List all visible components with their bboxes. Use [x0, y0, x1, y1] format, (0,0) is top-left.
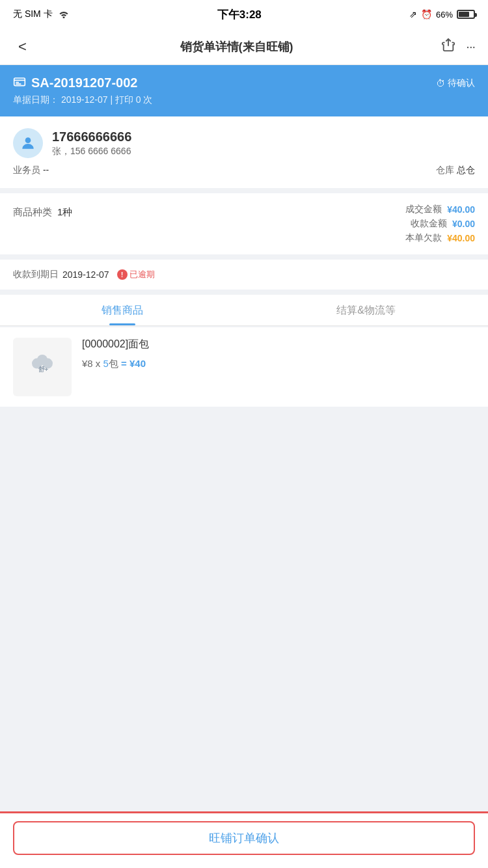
header-card: SA-20191207-002 ⏱ 待确认 单据日期： 2019-12-07 |… [0, 65, 488, 116]
sales-value: -- [43, 165, 49, 175]
battery-icon [457, 10, 475, 19]
product-section: 舒+ [0000002]面包 ¥8 x 5包 = ¥40 [0, 327, 488, 407]
location-icon: ⇗ [409, 9, 417, 20]
order-id: SA-20191207-002 [13, 75, 137, 90]
overdue-badge: ! 已逾期 [117, 269, 155, 280]
customer-name: 张，156 6666 6666 [52, 146, 131, 157]
status-left: 无 SIM 卡 [13, 8, 70, 20]
tabs: 销售商品 结算&物流等 [0, 295, 488, 326]
tab-settlement[interactable]: 结算&物流等 [244, 295, 488, 325]
owed-label: 本单欠款 [405, 232, 442, 244]
warehouse-value: 总仓 [457, 165, 475, 175]
nav-bar: < 销货单详情(来自旺铺) ··· [0, 29, 488, 65]
owed-value: ¥40.00 [447, 233, 475, 243]
share-icon[interactable] [441, 38, 455, 55]
product-logo-icon: 舒+ [26, 352, 59, 383]
status-time: 下午3:28 [217, 7, 262, 22]
total-value: = ¥40 [121, 358, 146, 369]
more-icon[interactable]: ··· [466, 39, 475, 54]
status-badge: ⏱ 待确认 [436, 77, 475, 89]
sales-info: 业务员 -- [13, 165, 49, 176]
price-text: ¥8 x [82, 358, 103, 369]
customer-info: 17666666666 张，156 6666 6666 [52, 129, 131, 157]
amount-label: 成交金额 [405, 204, 442, 215]
product-image: 舒+ [13, 338, 72, 396]
product-type-value: 1种 [57, 206, 72, 219]
customer-meta: 业务员 -- 仓库 总仓 [13, 165, 475, 176]
product-name: [0000002]面包 [82, 338, 475, 351]
confirm-button[interactable]: 旺铺订单确认 [13, 821, 475, 855]
due-date: 2019-12-07 [62, 269, 109, 280]
due-section: 收款到期日 2019-12-07 ! 已逾期 [0, 260, 488, 295]
received-row: 收款金额 ¥0.00 [411, 218, 475, 230]
overdue-text: 已逾期 [129, 269, 155, 280]
product-info: [0000002]面包 ¥8 x 5包 = ¥40 [82, 338, 475, 370]
due-label: 收款到期日 [13, 269, 59, 280]
order-icon [13, 75, 26, 90]
empty-space [0, 407, 488, 569]
bottom-action: 旺铺订单确认 [0, 811, 488, 868]
sales-label: 业务员 [13, 165, 40, 175]
amount-value: ¥40.00 [447, 204, 475, 215]
product-type: 商品种类 1种 [13, 204, 72, 219]
svg-point-4 [37, 355, 47, 365]
back-button[interactable]: < [13, 33, 32, 61]
overdue-icon: ! [117, 269, 128, 280]
owed-row: 本单欠款 ¥40.00 [405, 232, 475, 244]
svg-point-1 [25, 137, 31, 143]
product-price: ¥8 x 5包 = ¥40 [82, 358, 475, 370]
carrier-text: 无 SIM 卡 [13, 8, 53, 20]
page-title: 销货单详情(来自旺铺) [180, 39, 293, 55]
clock-icon: ⏱ [436, 78, 445, 88]
wifi-icon [58, 9, 70, 20]
battery-percent: 66% [436, 10, 453, 20]
avatar [13, 128, 43, 158]
status-bar: 无 SIM 卡 下午3:28 ⇗ ⏰ 66% [0, 0, 488, 29]
svg-text:舒+: 舒+ [38, 366, 49, 373]
amount-row: 成交金额 ¥40.00 [405, 204, 475, 215]
alarm-icon: ⏰ [421, 9, 432, 20]
qty-unit: 包 [109, 358, 118, 369]
tab-products[interactable]: 销售商品 [0, 295, 244, 325]
status-right: ⇗ ⏰ 66% [409, 9, 475, 20]
header-date: 单据日期： 2019-12-07 | 打印 0 次 [13, 94, 475, 106]
product-type-label: 商品种类 [13, 206, 52, 219]
warehouse-label: 仓库 [436, 165, 454, 175]
summary-section: 商品种类 1种 成交金额 ¥40.00 收款金额 ¥0.00 本单欠款 ¥40.… [0, 193, 488, 260]
warehouse-info: 仓库 总仓 [436, 165, 475, 176]
amount-summary: 成交金额 ¥40.00 收款金额 ¥0.00 本单欠款 ¥40.00 [405, 204, 475, 244]
received-label: 收款金额 [411, 218, 447, 230]
customer-phone: 17666666666 [52, 129, 131, 144]
qty-value: 5 [103, 358, 109, 369]
received-value: ¥0.00 [452, 219, 475, 229]
customer-section: 17666666666 张，156 6666 6666 业务员 -- 仓库 总仓 [0, 116, 488, 193]
nav-actions: ··· [441, 38, 475, 55]
